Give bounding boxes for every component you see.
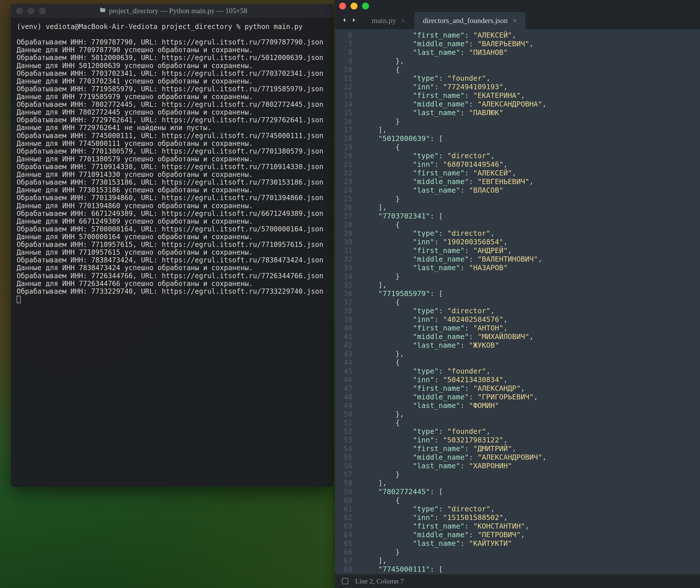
minimize-icon[interactable] <box>351 3 357 9</box>
terminal-titlebar[interactable]: project_directory — Python main.py — 105… <box>11 4 333 18</box>
editor-body: 6789101112131415161718192021222324252627… <box>335 29 700 574</box>
maximize-icon[interactable] <box>362 3 369 9</box>
editor-tab-row: main.py × directors_and_founders.json × <box>335 12 700 29</box>
terminal-title: project_directory — Python main.py — 105… <box>46 7 301 15</box>
tab-directors-json[interactable]: directors_and_founders.json × <box>414 12 526 29</box>
nav-back-icon[interactable] <box>341 16 348 25</box>
tab-main-py[interactable]: main.py × <box>363 12 414 29</box>
terminal-output[interactable]: (venv) vediota@MacBook-Air-Vediota proje… <box>11 18 333 487</box>
traffic-lights <box>16 7 46 14</box>
status-checkbox-icon[interactable] <box>342 578 348 584</box>
maximize-icon[interactable] <box>39 7 46 14</box>
editor-titlebar[interactable] <box>335 0 700 12</box>
close-icon[interactable] <box>16 7 23 14</box>
terminal-title-text: project_directory — Python main.py — 105… <box>109 7 247 15</box>
tab-close-icon[interactable]: × <box>401 16 406 25</box>
line-number-gutter[interactable]: 6789101112131415161718192021222324252627… <box>335 29 356 574</box>
minimize-icon[interactable] <box>28 7 34 14</box>
editor-traffic-lights <box>339 3 369 9</box>
code-area[interactable]: "first_name": "АЛЕКСЕЙ", "middle_name": … <box>356 29 700 574</box>
tab-label: main.py <box>372 16 396 25</box>
nav-forward-icon[interactable] <box>350 16 357 25</box>
status-cursor-position: Line 2, Column 7 <box>355 577 404 585</box>
close-icon[interactable] <box>339 3 346 9</box>
editor-statusbar: Line 2, Column 7 <box>335 574 700 588</box>
tab-label: directors_and_founders.json <box>423 16 507 25</box>
editor-window: main.py × directors_and_founders.json × … <box>335 0 700 588</box>
folder-icon <box>99 7 106 15</box>
tab-close-icon[interactable]: × <box>513 16 517 25</box>
terminal-window: project_directory — Python main.py — 105… <box>11 4 333 487</box>
